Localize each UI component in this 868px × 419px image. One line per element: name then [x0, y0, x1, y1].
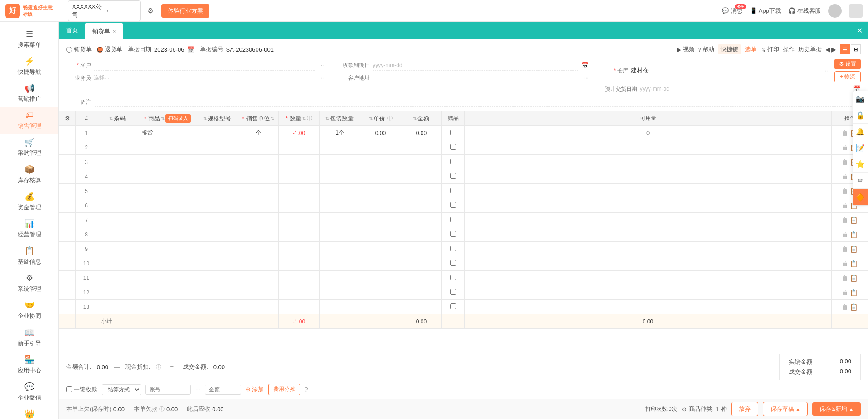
- sidebar-item-finance[interactable]: 💰 资金管理: [0, 188, 58, 215]
- cell-spec-5[interactable]: [197, 198, 238, 213]
- cell-product-1[interactable]: [138, 140, 197, 155]
- sidebar-item-system[interactable]: ⚙ 系统管理: [0, 270, 58, 297]
- product-type-item[interactable]: ⊙ 商品种类: 1 种: [682, 405, 727, 413]
- th-pkgqty-sort[interactable]: ⇅: [325, 116, 329, 121]
- cell-price-5[interactable]: [360, 198, 401, 213]
- cell-price-12[interactable]: [360, 300, 401, 314]
- cell-product-10[interactable]: [138, 271, 197, 285]
- radio-return[interactable]: 退货单: [97, 45, 122, 53]
- cell-pkgqty-8[interactable]: [320, 242, 360, 256]
- warehouse-value[interactable]: 建材仓: [631, 65, 819, 76]
- tool-help[interactable]: ? 帮助: [698, 45, 714, 53]
- cell-qty-1[interactable]: [279, 140, 320, 155]
- cell-pkgqty-7[interactable]: [320, 227, 360, 242]
- cell-price-2[interactable]: [360, 155, 401, 169]
- cell-unit-6[interactable]: [238, 213, 279, 227]
- cell-pkgqty-11[interactable]: [320, 285, 360, 300]
- cell-unit-2[interactable]: [238, 155, 279, 169]
- save-new-btn[interactable]: 保存&新增 ▲: [812, 402, 861, 416]
- cell-gift-10[interactable]: [442, 271, 465, 285]
- logistics-side-btn[interactable]: + 物流: [834, 71, 861, 82]
- user-avatar[interactable]: [828, 4, 842, 18]
- cell-barcode-5[interactable]: [97, 198, 138, 213]
- gift-checkbox-6[interactable]: [450, 217, 456, 222]
- cell-gift-11[interactable]: [442, 285, 465, 300]
- cell-unit-8[interactable]: [238, 242, 279, 256]
- cell-price-4[interactable]: [360, 184, 401, 198]
- gift-checkbox-7[interactable]: [450, 231, 456, 237]
- cell-amount-3[interactable]: [401, 169, 442, 184]
- sidebar-item-quicknav[interactable]: ⚡ 快捷导航: [0, 53, 58, 80]
- cell-pkgqty-12[interactable]: [320, 300, 360, 314]
- cell-unit-1[interactable]: [238, 140, 279, 155]
- gift-checkbox-2[interactable]: [450, 159, 456, 164]
- cell-gift-4[interactable]: [442, 184, 465, 198]
- cell-qty-12[interactable]: [279, 300, 320, 314]
- cell-price-1[interactable]: [360, 140, 401, 155]
- cell-amount-5[interactable]: [401, 198, 442, 213]
- cell-pkgqty-9[interactable]: [320, 256, 360, 271]
- right-icon-bell[interactable]: 🔔: [853, 124, 868, 140]
- sidebar-item-purchase[interactable]: 🛒 采购管理: [0, 134, 58, 161]
- cell-amount-4[interactable]: [401, 184, 442, 198]
- cell-qty-0[interactable]: -1.00: [279, 126, 320, 140]
- tool-print[interactable]: 🖨 打印: [760, 45, 779, 53]
- delete-icon-4[interactable]: 🗑: [842, 188, 848, 195]
- cell-price-11[interactable]: [360, 285, 401, 300]
- cell-gift-3[interactable]: [442, 169, 465, 184]
- cell-pkgqty-0[interactable]: 1个: [320, 126, 360, 140]
- settings-side-btn[interactable]: ⚙ 设置: [834, 59, 861, 69]
- copy-icon-9[interactable]: 📋: [850, 260, 858, 267]
- cell-amount-2[interactable]: [401, 155, 442, 169]
- cell-unit-9[interactable]: [238, 256, 279, 271]
- cell-amount-10[interactable]: [401, 271, 442, 285]
- copy-icon-8[interactable]: 📋: [850, 246, 858, 253]
- cell-gift-8[interactable]: [442, 242, 465, 256]
- online-service-item[interactable]: 🎧 在线客服: [788, 7, 821, 15]
- gift-checkbox-4[interactable]: [450, 188, 456, 193]
- customer-addr-value[interactable]: [373, 72, 579, 83]
- sidebar-item-collab[interactable]: 🤝 企业协同: [0, 297, 58, 324]
- one-click-pay-input[interactable]: [66, 386, 72, 392]
- cell-product-2[interactable]: [138, 155, 197, 169]
- cell-unit-3[interactable]: [238, 169, 279, 184]
- copy-icon-7[interactable]: 📋: [850, 231, 858, 238]
- warehouse-more-icon[interactable]: ···: [824, 67, 828, 74]
- tool-select[interactable]: 选单: [745, 45, 756, 53]
- cell-barcode-0[interactable]: [97, 126, 138, 140]
- delete-icon-2[interactable]: 🗑: [842, 159, 848, 166]
- cell-spec-11[interactable]: [197, 285, 238, 300]
- delete-icon-3[interactable]: 🗑: [842, 173, 848, 180]
- cell-pkgqty-2[interactable]: [320, 155, 360, 169]
- cell-qty-4[interactable]: [279, 184, 320, 198]
- gift-checkbox-11[interactable]: [450, 289, 456, 295]
- th-amount-sort[interactable]: ⇅: [413, 116, 417, 121]
- account-more-icon[interactable]: ···: [195, 386, 200, 393]
- cell-barcode-10[interactable]: [97, 271, 138, 285]
- copy-icon-11[interactable]: 📋: [850, 289, 858, 296]
- cell-product-6[interactable]: [138, 213, 197, 227]
- delete-icon-8[interactable]: 🗑: [842, 246, 848, 253]
- cell-product-5[interactable]: [138, 198, 197, 213]
- radio-sales[interactable]: 销货单: [66, 45, 92, 53]
- cell-product-9[interactable]: [138, 256, 197, 271]
- delete-icon-12[interactable]: 🗑: [842, 303, 848, 311]
- cell-gift-9[interactable]: [442, 256, 465, 271]
- cell-qty-11[interactable]: [279, 285, 320, 300]
- cell-barcode-2[interactable]: [97, 155, 138, 169]
- cell-gift-2[interactable]: [442, 155, 465, 169]
- delete-icon-5[interactable]: 🗑: [842, 202, 848, 209]
- cell-qty-7[interactable]: [279, 227, 320, 242]
- abandon-btn[interactable]: 放弃: [731, 402, 758, 416]
- sidebar-item-search[interactable]: ☰ 搜索菜单: [0, 25, 58, 53]
- salesperson-value[interactable]: 选择...: [94, 72, 315, 83]
- cell-unit-4[interactable]: [238, 184, 279, 198]
- tab-close-all-icon[interactable]: ✕: [857, 27, 863, 34]
- trial-btn[interactable]: 体验行业方案: [161, 4, 209, 18]
- cell-pkgqty-1[interactable]: [320, 140, 360, 155]
- th-spec-sort[interactable]: ⇅: [203, 116, 207, 121]
- settings-gear-btn[interactable]: ⚙: [143, 4, 158, 18]
- cell-barcode-8[interactable]: [97, 242, 138, 256]
- delete-icon-0[interactable]: 🗑: [842, 130, 848, 137]
- cell-gift-5[interactable]: [442, 198, 465, 213]
